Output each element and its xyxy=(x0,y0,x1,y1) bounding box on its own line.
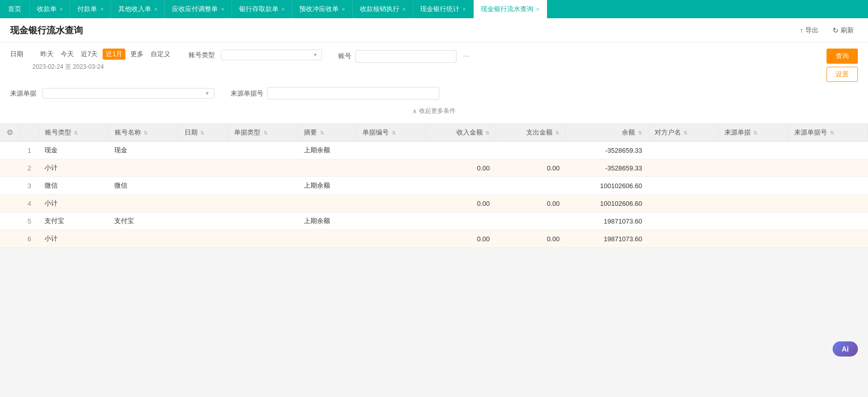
col-expense[interactable]: 支出金额 ⇅ xyxy=(496,124,566,142)
row-no: 5 xyxy=(20,212,38,230)
nav-tab-5[interactable]: 预收冲应收单 × xyxy=(292,0,352,18)
query-button[interactable]: 查询 xyxy=(827,49,858,64)
row-expense xyxy=(496,142,566,159)
close-tab-8-icon[interactable]: × xyxy=(536,6,539,12)
row-no: 1 xyxy=(20,142,38,159)
col-account-type[interactable]: 账号类型 ⇅ xyxy=(38,124,108,142)
close-tab-1-icon[interactable]: × xyxy=(100,6,103,12)
row-source-doc-no xyxy=(788,159,867,177)
row-settings-cell xyxy=(0,212,20,230)
row-date xyxy=(178,159,227,177)
collapse-bar[interactable]: ∧ 收起更多条件 xyxy=(10,104,858,117)
row-doc-type xyxy=(228,159,298,177)
col-source-doc-no[interactable]: 来源单据号 ⇅ xyxy=(788,124,867,142)
col-settings[interactable]: ⚙ xyxy=(0,124,20,142)
col-doc-no[interactable]: 单据编号 ⇅ xyxy=(356,124,426,142)
close-tab-7-icon[interactable]: × xyxy=(463,6,466,12)
nav-tab-8[interactable]: 现金银行流水查询 × xyxy=(474,0,547,18)
row-no: 2 xyxy=(20,159,38,177)
row-summary: 上期余额 xyxy=(298,212,356,230)
date-more-btn[interactable]: 更多 xyxy=(128,49,146,60)
sort-counterparty-icon: ⇅ xyxy=(683,130,688,136)
row-doc-type xyxy=(228,177,298,195)
nav-tab-3[interactable]: 应收应付调整单 × xyxy=(165,0,232,18)
nav-tab-2[interactable]: 其他收入单 × xyxy=(111,0,165,18)
row-settings-cell xyxy=(0,195,20,212)
row-counterparty xyxy=(648,177,718,195)
close-tab-4-icon[interactable]: × xyxy=(282,6,285,12)
refresh-button[interactable]: ↻ 刷新 xyxy=(829,24,858,37)
col-summary[interactable]: 摘要 ⇅ xyxy=(298,124,356,142)
close-tab-5-icon[interactable]: × xyxy=(342,6,345,12)
date-1month-btn[interactable]: 近1月 xyxy=(103,49,125,60)
row-balance: -3528659.33 xyxy=(566,142,648,159)
table-row[interactable]: 1现金现金上期余额-3528659.33 xyxy=(0,142,868,159)
row-balance: 19871073.60 xyxy=(566,212,648,230)
row-doc-type xyxy=(228,142,298,159)
row-settings-cell xyxy=(0,159,20,177)
row-expense: 0.00 xyxy=(496,230,566,248)
table-area: ⚙ 账号类型 ⇅ 账号名称 ⇅ 日期 ⇅ 单据类型 ⇅ xyxy=(0,124,868,248)
account-input[interactable] xyxy=(355,50,456,63)
row-source-doc-no xyxy=(788,195,867,212)
nav-home[interactable]: 首页 xyxy=(0,0,30,18)
table-row[interactable]: 6小计0.000.0019871073.60 xyxy=(0,230,868,248)
date-custom-btn[interactable]: 自定义 xyxy=(149,49,172,60)
col-doc-type[interactable]: 单据类型 ⇅ xyxy=(228,124,298,142)
col-counterparty[interactable]: 对方户名 ⇅ xyxy=(648,124,718,142)
account-type-label: 账号类型 xyxy=(189,51,217,60)
date-7days-btn[interactable]: 近7天 xyxy=(79,49,100,60)
table-row[interactable]: 3微信微信上期余额100102606.60 xyxy=(0,177,868,195)
close-tab-0-icon[interactable]: × xyxy=(60,6,63,12)
col-date[interactable]: 日期 ⇅ xyxy=(178,124,227,142)
source-doc-num-input[interactable] xyxy=(267,87,439,100)
close-tab-3-icon[interactable]: × xyxy=(221,6,224,12)
row-source-doc xyxy=(718,142,788,159)
export-button[interactable]: ↑ 导出 xyxy=(796,24,823,37)
nav-tab-0[interactable]: 收款单 × xyxy=(30,0,70,18)
col-balance[interactable]: 余额 ⇅ xyxy=(566,124,648,142)
sort-account-type-icon: ⇅ xyxy=(74,130,78,136)
nav-tab-7[interactable]: 现金银行统计 × xyxy=(413,0,473,18)
setting-button[interactable]: 设置 xyxy=(827,67,858,82)
row-no: 4 xyxy=(20,195,38,212)
table-row[interactable]: 4小计0.000.00100102606.60 xyxy=(0,195,868,212)
account-type-select[interactable]: ▼ xyxy=(221,50,322,60)
source-doc-num-label: 来源单据号 xyxy=(231,89,263,98)
row-doc-no xyxy=(356,230,426,248)
account-ellipsis-btn[interactable]: ··· xyxy=(461,50,471,63)
row-counterparty xyxy=(648,159,718,177)
row-doc-type xyxy=(228,230,298,248)
nav-tab-1[interactable]: 付款单 × xyxy=(70,0,111,18)
source-doc-select[interactable]: ▼ xyxy=(42,88,214,99)
row-income: 0.00 xyxy=(426,159,496,177)
close-tab-6-icon[interactable]: × xyxy=(402,6,405,12)
date-yesterday-btn[interactable]: 昨天 xyxy=(38,49,56,60)
row-source-doc-no xyxy=(788,230,867,248)
row-income xyxy=(426,142,496,159)
sort-date-icon: ⇅ xyxy=(200,130,204,136)
table-row[interactable]: 2小计0.000.00-3528659.33 xyxy=(0,159,868,177)
col-income[interactable]: 收入金额 ⇅ xyxy=(426,124,496,142)
date-today-btn[interactable]: 今天 xyxy=(59,49,76,60)
row-summary xyxy=(298,230,356,248)
close-tab-2-icon[interactable]: × xyxy=(154,6,157,12)
row-doc-no xyxy=(356,212,426,230)
col-source-doc[interactable]: 来源单据 ⇅ xyxy=(718,124,788,142)
row-expense: 0.00 xyxy=(496,159,566,177)
row-settings-cell xyxy=(0,177,20,195)
sort-expense-icon: ⇅ xyxy=(555,130,559,136)
source-doc-label: 来源单据 xyxy=(10,89,38,98)
nav-tab-6[interactable]: 收款核销执行 × xyxy=(353,0,413,18)
row-account-name xyxy=(108,230,178,248)
header-actions: ↑ 导出 ↻ 刷新 xyxy=(796,24,858,37)
nav-tab-4[interactable]: 银行存取款单 × xyxy=(232,0,292,18)
row-expense: 0.00 xyxy=(496,195,566,212)
row-expense xyxy=(496,177,566,195)
sort-balance-icon: ⇅ xyxy=(638,130,642,136)
col-account-name[interactable]: 账号名称 ⇅ xyxy=(108,124,178,142)
row-date xyxy=(178,230,227,248)
table-row[interactable]: 5支付宝支付宝上期余额19871073.60 xyxy=(0,212,868,230)
gear-settings-icon[interactable]: ⚙ xyxy=(7,128,13,137)
row-no: 3 xyxy=(20,177,38,195)
